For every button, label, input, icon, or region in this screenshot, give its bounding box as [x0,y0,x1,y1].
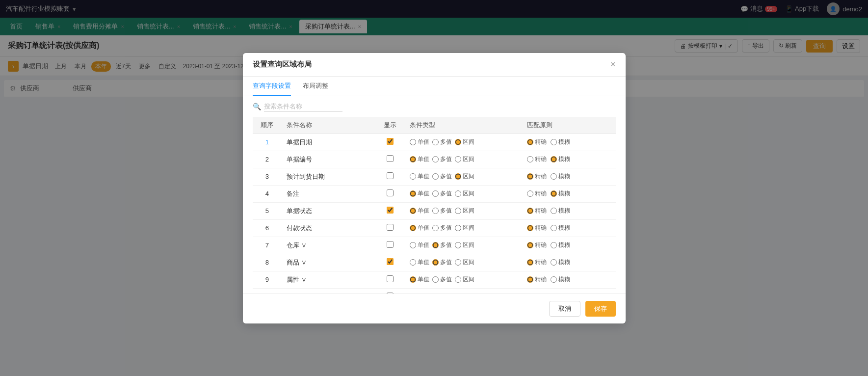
dialog-header: 设置查询区域布局 × [243,53,626,77]
dialog-title: 设置查询区域布局 [253,60,312,69]
search-area: 🔍 [243,96,626,102]
condition-search-input[interactable] [264,101,342,102]
modal-overlay: 设置查询区域布局 × 查询字段设置 布局调整 🔍 顺序 条件名称 显示 条件类型 [0,0,868,101]
dialog-tab-bar: 查询字段设置 布局调整 [243,77,626,96]
settings-dialog: 设置查询区域布局 × 查询字段设置 布局调整 🔍 顺序 条件名称 显示 条件类型 [243,53,626,102]
tab-layout-adjust[interactable]: 布局调整 [303,77,328,96]
tab-query-fields[interactable]: 查询字段设置 [253,77,291,96]
dialog-close-button[interactable]: × [610,60,616,69]
